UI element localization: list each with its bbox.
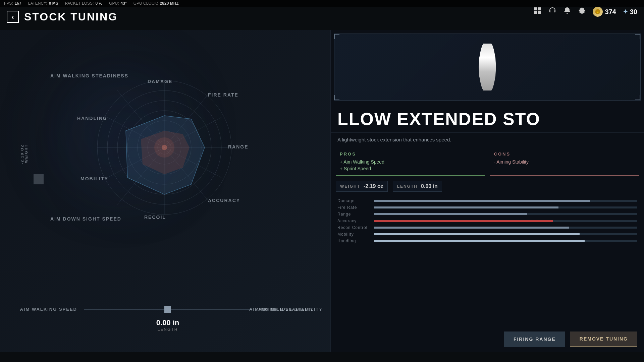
length-label: LENGTH xyxy=(397,184,418,189)
stat-bar-accuracy: Accuracy xyxy=(337,219,637,223)
aiming-idle-stability-label: AIMING IDLE STABILITY xyxy=(249,307,314,312)
fps-label: FPS: xyxy=(4,1,13,6)
stat-label-handling: Handling xyxy=(337,239,374,243)
page-title: STOCK TUNING xyxy=(24,11,118,23)
bell-icon[interactable] xyxy=(563,7,571,17)
item-preview xyxy=(334,34,641,101)
stat-track-mobility xyxy=(374,233,637,235)
pros-item-2: + Sprint Speed xyxy=(340,166,481,171)
divider-1 xyxy=(331,132,644,133)
svg-rect-0 xyxy=(534,7,537,10)
currency-icon-1: C xyxy=(593,7,603,17)
radar-svg xyxy=(67,64,262,231)
weight-box: WEIGHT -2.19 oz xyxy=(336,181,388,192)
stat-fill-mobility xyxy=(374,233,580,235)
stat-fill-range xyxy=(374,213,527,215)
stat-track-handling xyxy=(374,240,637,242)
right-panel: LLOW EXTENDED STO A lightweight stock ex… xyxy=(330,30,644,352)
stat-track-range xyxy=(374,213,637,215)
stat-bars-area: Damage Fire Rate Range Accuracy Recoil C… xyxy=(331,197,644,247)
bottom-slider-thumb[interactable] xyxy=(164,306,171,313)
back-button[interactable]: ‹ xyxy=(7,11,19,23)
currency-display: C 374 xyxy=(593,7,616,17)
stat-bar-fire-rate: Fire Rate xyxy=(337,205,637,210)
gpu-value: 43° xyxy=(120,1,126,6)
radar-chart xyxy=(67,64,262,231)
stat-track-damage xyxy=(374,200,637,202)
corner-tr xyxy=(635,34,640,39)
bottom-slider-track[interactable] xyxy=(84,309,252,310)
aim-walk-speed-label: AIM WALKING SPEED xyxy=(10,307,84,312)
stat-fill-fire-rate xyxy=(374,206,558,208)
latency-label: LATENCY: xyxy=(28,1,47,6)
stat-track-accuracy xyxy=(374,220,637,222)
gpu-label: GPU: xyxy=(109,1,119,6)
stat-track-recoil xyxy=(374,227,637,229)
item-name-area: LLOW EXTENDED STO xyxy=(331,104,644,131)
fps-value: 167 xyxy=(15,1,21,6)
stat-fill-damage xyxy=(374,200,590,202)
stat-label-recoil: Recoil Control xyxy=(337,225,374,230)
corner-bl xyxy=(334,95,339,100)
aim-down-label: AIM DOWN SIGHT SPEED xyxy=(50,216,121,222)
weight-label: WEIGHT xyxy=(340,184,360,189)
corner-tl xyxy=(334,34,339,39)
pros-box: PROS + Aim Walking Speed + Sprint Speed xyxy=(336,149,485,176)
stat-bar-damage: Damage xyxy=(337,198,637,203)
performance-bar: FPS: 167 LATENCY: 0 MS PACKET LOSS: 0 % … xyxy=(0,0,644,7)
svg-rect-3 xyxy=(538,11,541,14)
svg-rect-1 xyxy=(538,7,541,10)
item-description: A lightweight stock extension that enhan… xyxy=(331,134,644,149)
stat-bar-handling: Handling xyxy=(337,239,637,243)
svg-rect-2 xyxy=(534,11,537,14)
gpu-clock-value: 2820 MHZ xyxy=(160,1,179,6)
corner-br xyxy=(635,95,640,100)
pros-header: PROS xyxy=(340,152,481,157)
stat-fill-accuracy xyxy=(374,220,553,222)
weight-value: -2.19 oz xyxy=(364,183,383,189)
remove-tuning-button[interactable]: REMOVE TUNING xyxy=(570,331,637,347)
settings-icon[interactable] xyxy=(578,7,586,17)
stat-label-range: Range xyxy=(337,212,374,217)
item-image xyxy=(474,44,501,90)
cons-box: CONS - Aiming Stability xyxy=(490,149,639,176)
top-right-area: C 374 ✦ 30 xyxy=(534,7,637,17)
stat-track-fire-rate xyxy=(374,206,637,208)
gpu-clock-label: GPU CLOCK: xyxy=(133,1,158,6)
cp-display: ✦ 30 xyxy=(623,8,637,16)
headset-icon[interactable] xyxy=(548,7,556,17)
packet-loss-value: 0 % xyxy=(95,1,102,6)
length-box: LENGTH 0.00 in xyxy=(393,181,442,192)
radar-center-dot xyxy=(162,145,167,150)
stat-fill-recoil xyxy=(374,227,569,229)
svg-text:C: C xyxy=(597,10,599,13)
slider-sublabel: LENGTH xyxy=(10,327,325,332)
stat-fill-handling xyxy=(374,240,585,242)
stat-label-damage: Damage xyxy=(337,198,374,203)
aim-walk-label: AIM WALKING STEADINESS xyxy=(50,73,128,78)
cp-value: 30 xyxy=(630,8,637,16)
stat-bar-range: Range xyxy=(337,212,637,217)
back-icon: ‹ xyxy=(12,13,14,21)
main-left-panel: -2.19 OZ WEIGHT DAMAGE FIRE RATE RANGE A… xyxy=(0,30,330,352)
slider-value: 0.00 in xyxy=(10,318,325,327)
weight-side-box xyxy=(34,174,44,184)
weight-length-area: WEIGHT -2.19 oz LENGTH 0.00 in xyxy=(336,181,639,192)
stat-bar-mobility: Mobility xyxy=(337,232,637,237)
latency-value: 0 MS xyxy=(49,1,58,6)
packet-loss-label: PACKET LOSS: xyxy=(65,1,94,6)
pros-cons-area: PROS + Aim Walking Speed + Sprint Speed … xyxy=(336,149,639,176)
bottom-buttons: FIRING RANGE REMOVE TUNING xyxy=(504,331,637,347)
stat-label-fire-rate: Fire Rate xyxy=(337,205,374,210)
cons-header: CONS xyxy=(494,152,635,157)
grid-icon[interactable] xyxy=(534,7,542,17)
length-value: 0.00 in xyxy=(421,183,438,189)
stat-label-mobility: Mobility xyxy=(337,232,374,237)
stat-label-accuracy: Accuracy xyxy=(337,219,374,223)
pros-item-1: + Aim Walking Speed xyxy=(340,159,481,165)
weight-side-label: -2.19 OZ WEIGHT xyxy=(20,144,28,164)
stat-bar-recoil: Recoil Control xyxy=(337,225,637,230)
currency-value-1: 374 xyxy=(605,8,616,16)
cons-item-1: - Aiming Stability xyxy=(494,159,635,165)
firing-range-button[interactable]: FIRING RANGE xyxy=(504,331,565,347)
